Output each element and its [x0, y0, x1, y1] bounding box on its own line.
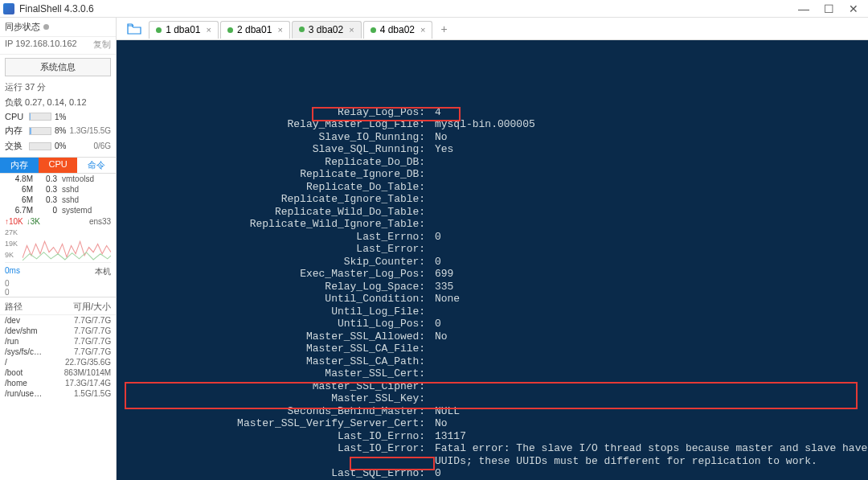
terminal-line: Relay_Log_Space: 335 [120, 281, 868, 293]
tab-dba01-2[interactable]: 2 dba01× [220, 21, 290, 39]
terminal-line: Last_Errno: 0 [120, 231, 868, 244]
terminal-line: Last_IO_Errno: 13117 [120, 430, 868, 443]
filesystem-table: /dev7.7G/7.7G/dev/shm7.7G/7.7G/run7.7G/7… [0, 315, 116, 399]
sync-label: 同步状态 [5, 21, 40, 33]
terminal-line: Skip_Counter: 0 [120, 256, 868, 269]
sidebar: 同步状态 IP 192.168.10.162 复制 系统信息 运行 37 分 负… [0, 18, 117, 480]
terminal-line: Master_SSL_Cert: [120, 367, 868, 380]
close-button[interactable]: ✕ [849, 2, 858, 15]
terminal-line: Slave_IO_Running: No [120, 131, 868, 144]
terminal-line: Replicate_Wild_Do_Table: [120, 206, 868, 219]
load-text: 负载 0.27, 0.14, 0.12 [5, 96, 87, 109]
status-dot-icon [156, 27, 162, 33]
sidebar-tabs: 内存 CPU 命令 [0, 157, 116, 174]
cpu-percent: 1% [55, 113, 66, 121]
terminal-line: Last_IO_Error: Fatal error: The slave I/… [120, 442, 868, 455]
status-dot-icon [299, 27, 305, 32]
terminal-line: Until_Log_Pos: 0 [120, 318, 868, 330]
terminal-line: Slave_SQL_Running: Yes [120, 143, 868, 156]
process-row[interactable]: 6M0.3sshd [0, 195, 116, 205]
swap-percent: 0% [55, 142, 66, 150]
terminal-line: Seconds_Behind_Master: NULL [120, 405, 868, 418]
fs-row[interactable]: /boot863M/1014M [0, 367, 116, 378]
fs-row[interactable]: /22.7G/35.6G [0, 357, 116, 367]
mem-label: 内存 [5, 125, 26, 137]
ping-host[interactable]: 本机 [95, 266, 111, 277]
tab-close-icon[interactable]: × [420, 25, 425, 35]
titlebar: FinalShell 4.3.0.6 — ☐ ✕ [0, 0, 868, 18]
minimize-button[interactable]: — [798, 2, 809, 15]
terminal-line: Master_SSL_Allowed: No [120, 330, 868, 343]
terminal-line: Last_Error: [120, 243, 868, 256]
terminal-line: Replicate_Ignore_Table: [120, 193, 868, 206]
tab-mem[interactable]: 内存 [0, 158, 39, 173]
status-dot-icon [371, 27, 376, 33]
terminal-line: Master_SSL_Cipher: [120, 380, 868, 393]
swap-text: 0/6G [69, 142, 111, 150]
fs-path-header[interactable]: 路径 [5, 301, 73, 313]
ping-stat-1: 0 [0, 279, 116, 288]
status-dot-icon [227, 27, 233, 33]
terminal-line: Master_SSL_Verify_Server_Cert: No [120, 417, 868, 430]
swap-bar [29, 142, 51, 150]
swap-label: 交换 [5, 140, 26, 152]
terminal[interactable]: Relay_Log_Pos: 4Relay_Master_Log_File: m… [117, 40, 868, 480]
network-row: ↑10K ↓3K ens33 [0, 215, 116, 228]
terminal-line: UUIDs; these UUIDs must be different for… [120, 455, 868, 468]
cpu-label: CPU [5, 112, 26, 121]
fs-row[interactable]: /dev/shm7.7G/7.7G [0, 326, 116, 336]
fs-header: 路径 可用/大小 [0, 297, 116, 315]
tab-bar: 1 dba01×2 dba01×3 dba02×4 dba02× + [117, 18, 868, 40]
terminal-line: Replicate_Do_Table: [120, 181, 868, 194]
terminal-line: Exec_Master_Log_Pos: 699 [120, 268, 868, 281]
process-row[interactable]: 6M0.3sshd [0, 184, 116, 195]
maximize-button[interactable]: ☐ [824, 2, 834, 15]
ping-ms: 0ms [5, 266, 20, 277]
process-table: 4.8M0.3vmtoolsd6M0.3sshd6M0.3sshd6.7M0sy… [0, 174, 116, 215]
terminal-line: Until_Condition: None [120, 293, 868, 306]
tab-dba01-1[interactable]: 1 dba01× [149, 21, 219, 39]
sync-status-row: 同步状态 [0, 18, 116, 37]
fs-size-header[interactable]: 可用/大小 [73, 301, 111, 313]
fs-row[interactable]: /dev7.7G/7.7G [0, 315, 116, 326]
mem-text: 1.3G/15.5G [69, 126, 111, 135]
fs-row[interactable]: /run/use…1.5G/1.5G [0, 388, 116, 399]
tab-dba02-3[interactable]: 3 dba02× [292, 21, 362, 39]
terminal-line: Last_SQL_Errno: 0 [120, 467, 868, 480]
fs-row[interactable]: /home17.3G/17.4G [0, 378, 116, 388]
tab-dba02-4[interactable]: 4 dba02× [363, 21, 433, 39]
window-title: FinalShell 4.3.0.6 [19, 3, 798, 14]
fs-row[interactable]: /sys/fs/c…7.7G/7.7G [0, 347, 116, 357]
terminal-line: Replicate_Ignore_DB: [120, 168, 868, 181]
uptime-text: 运行 37 分 [5, 81, 46, 93]
terminal-line: Until_Log_File: [120, 306, 868, 318]
cpu-bar [29, 113, 51, 121]
terminal-line: Replicate_Do_DB: [120, 156, 868, 169]
tab-cmd[interactable]: 命令 [77, 158, 116, 173]
copy-button[interactable]: 复制 [93, 39, 111, 51]
folder-icon[interactable] [125, 22, 144, 36]
app-icon [3, 3, 14, 14]
terminal-line: Master_SSL_Key: [120, 392, 868, 405]
sync-status-icon [43, 24, 49, 30]
terminal-line: Master_SSL_CA_Path: [120, 355, 868, 368]
tab-close-icon[interactable]: × [207, 25, 211, 35]
mem-bar [29, 127, 51, 135]
tab-cpu[interactable]: CPU [39, 158, 77, 173]
tab-add-button[interactable]: + [434, 21, 453, 37]
tab-close-icon[interactable]: × [349, 25, 354, 35]
ping-stat-2: 0 [0, 288, 116, 297]
terminal-line: Replicate_Wild_Ignore_Table: [120, 218, 868, 231]
net-iface[interactable]: ens33 [43, 217, 111, 226]
net-chart: 27K 19K 9K [5, 229, 111, 263]
ip-address: IP 192.168.10.162 [5, 39, 77, 51]
process-row[interactable]: 4.8M0.3vmtoolsd [0, 174, 116, 184]
terminal-line: Master_SSL_CA_File: [120, 343, 868, 355]
system-info-button[interactable]: 系统信息 [5, 58, 111, 76]
mem-percent: 8% [55, 126, 66, 135]
process-row[interactable]: 6.7M0systemd [0, 205, 116, 215]
terminal-line: Relay_Log_Pos: 4 [120, 106, 868, 119]
net-up: 10K [9, 217, 23, 226]
tab-close-icon[interactable]: × [277, 25, 282, 35]
fs-row[interactable]: /run7.7G/7.7G [0, 336, 116, 347]
